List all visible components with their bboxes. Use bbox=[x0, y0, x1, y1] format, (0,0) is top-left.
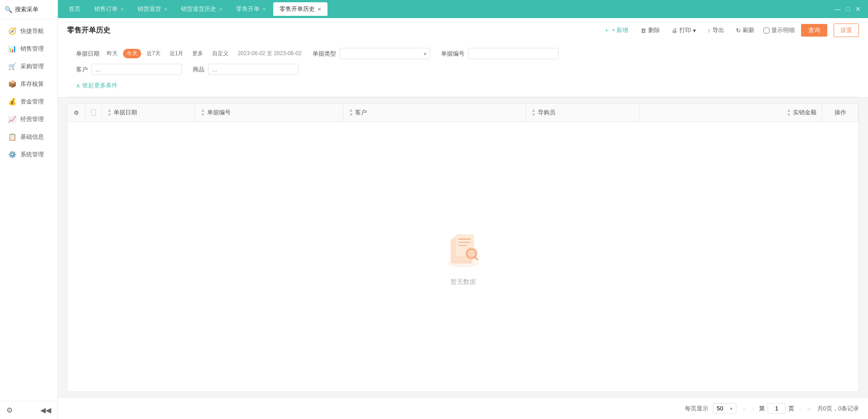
th-amount-label: 实销金额 bbox=[793, 108, 816, 117]
bill-no-input[interactable] bbox=[468, 48, 559, 59]
maximize-button[interactable]: □ bbox=[846, 5, 850, 13]
bill-type-select[interactable] bbox=[340, 48, 430, 59]
th-customer[interactable]: ▲▼ 客户 bbox=[343, 104, 526, 122]
bill-type-label: 单据类型 bbox=[313, 50, 336, 58]
header-checkbox[interactable] bbox=[91, 109, 96, 116]
sidebar-item-label: 库存核算 bbox=[20, 80, 44, 88]
page-number-input[interactable] bbox=[768, 403, 786, 414]
tab-sales-return-history-close[interactable]: ✕ bbox=[219, 7, 223, 12]
customer-input[interactable] bbox=[91, 64, 182, 75]
last-page-button[interactable]: » bbox=[806, 404, 813, 413]
first-page-button[interactable]: « bbox=[741, 404, 748, 413]
page-label-pre: 第 bbox=[759, 405, 765, 413]
goods-input[interactable] bbox=[208, 64, 299, 75]
sidebar-item-inventory[interactable]: 📦 库存核算 bbox=[2, 75, 56, 93]
search-icon: 🔍 bbox=[5, 6, 12, 13]
sidebar: 🔍 搜索采单 🧭 快捷导航 📊 销售管理 🛒 采购管理 📦 库存核算 💰 资金管… bbox=[0, 0, 58, 419]
sidebar-item-operations[interactable]: 📈 经营管理 bbox=[2, 111, 56, 128]
customer-filter: 客户 bbox=[76, 64, 182, 75]
sidebar-item-label: 快捷导航 bbox=[20, 27, 44, 35]
sidebar-item-finance[interactable]: 💰 资金管理 bbox=[2, 93, 56, 110]
tab-sales-order-close[interactable]: ✕ bbox=[120, 7, 124, 12]
sidebar-item-purchase-mgmt[interactable]: 🛒 采购管理 bbox=[2, 58, 56, 75]
tab-sales-return-close[interactable]: ✕ bbox=[164, 7, 167, 12]
tab-home[interactable]: 首页 bbox=[62, 2, 87, 16]
bill-type-filter: 单据类型 bbox=[313, 48, 430, 59]
print-icon: 🖨 bbox=[672, 27, 678, 34]
tab-retail-open-label: 零售开单 bbox=[236, 5, 260, 13]
date-opt-more[interactable]: 更多 bbox=[189, 49, 207, 58]
date-opt-today[interactable]: 今天 bbox=[123, 49, 141, 58]
th-date[interactable]: ▲▼ 单据日期 bbox=[102, 104, 195, 122]
refresh-label: 刷新 bbox=[743, 26, 754, 34]
sidebar-item-label: 采购管理 bbox=[20, 62, 44, 71]
print-button[interactable]: 🖨 打印 ▾ bbox=[669, 24, 699, 36]
page-title: 零售开单历史 bbox=[67, 26, 110, 35]
main-area: 首页 销售订单 ✕ 销货退货 ✕ 销货退货历史 ✕ 零售开单 ✕ 零售开单历史 … bbox=[58, 0, 868, 419]
filter-row-2: 客户 商品 bbox=[76, 64, 850, 75]
bill-no-filter: 单据编号 bbox=[441, 48, 559, 59]
salesman-sort-icon: ▲▼ bbox=[531, 108, 536, 117]
tab-retail-open-history[interactable]: 零售开单历史 ✕ bbox=[273, 2, 327, 16]
tab-sales-order[interactable]: 销售订单 ✕ bbox=[88, 2, 130, 16]
date-opt-yesterday[interactable]: 昨天 bbox=[103, 49, 121, 58]
sidebar-nav: 🧭 快捷导航 📊 销售管理 🛒 采购管理 📦 库存核算 💰 资金管理 📈 经营管… bbox=[0, 19, 57, 401]
th-action-label: 操作 bbox=[835, 108, 846, 117]
date-opt-last7[interactable]: 近7天 bbox=[143, 49, 164, 58]
collapse-filter-button[interactable]: ∧ 收起更多条件 bbox=[76, 80, 850, 91]
tab-retail-open[interactable]: 零售开单 ✕ bbox=[230, 2, 272, 16]
date-sort-icon: ▲▼ bbox=[107, 108, 112, 117]
th-billno[interactable]: ▲▼ 单据编号 bbox=[195, 104, 344, 122]
sidebar-item-sys-mgmt[interactable]: ⚙️ 系统管理 bbox=[2, 146, 56, 163]
search-menu-item[interactable]: 🔍 搜索采单 bbox=[0, 0, 57, 19]
next-page-button[interactable]: › bbox=[797, 404, 803, 413]
sidebar-item-basic-info[interactable]: 📋 基础信息 bbox=[2, 128, 56, 146]
refresh-button[interactable]: ↻ 刷新 bbox=[733, 24, 757, 36]
minimize-button[interactable]: — bbox=[835, 5, 841, 13]
sidebar-item-sales-mgmt[interactable]: 📊 销售管理 bbox=[2, 40, 56, 57]
export-button[interactable]: ↑ 导出 bbox=[705, 24, 727, 36]
sidebar-item-label: 经营管理 bbox=[20, 115, 44, 123]
tab-retail-open-close[interactable]: ✕ bbox=[262, 7, 266, 12]
collapse-up-icon: ∧ bbox=[76, 82, 81, 89]
date-opt-custom[interactable]: 自定义 bbox=[209, 49, 232, 58]
purchase-mgmt-icon: 🛒 bbox=[8, 62, 17, 71]
sidebar-item-quick-nav[interactable]: 🧭 快捷导航 bbox=[2, 23, 56, 40]
collapse-sidebar-icon[interactable]: ◀◀ bbox=[40, 406, 51, 414]
empty-text: 暂无数据 bbox=[451, 278, 476, 286]
th-amount[interactable]: ▲▼ 实销金额 bbox=[708, 104, 822, 122]
th-gear[interactable]: ⚙ bbox=[67, 105, 85, 121]
add-button[interactable]: ＋ + 新增 bbox=[601, 24, 631, 36]
per-page-select[interactable]: 50 100 200 bbox=[713, 403, 736, 414]
inventory-icon: 📦 bbox=[8, 80, 17, 88]
show-detail-input[interactable] bbox=[764, 28, 769, 33]
tab-sales-return-history[interactable]: 销货退货历史 ✕ bbox=[175, 2, 229, 16]
export-label: 导出 bbox=[712, 26, 724, 34]
refresh-icon: ↻ bbox=[736, 27, 741, 34]
filter-row-1: 单据日期 昨天 今天 近7天 近1月 更多 自定义 2023-06-02 至 2… bbox=[76, 48, 850, 59]
date-range-display: 2023-06-02 至 2023-06-02 bbox=[237, 50, 301, 57]
add-label: + 新增 bbox=[612, 26, 628, 34]
close-button[interactable]: ✕ bbox=[855, 5, 861, 13]
delete-button[interactable]: 🗑 删除 bbox=[638, 24, 663, 36]
th-salesman[interactable]: ▲▼ 导购员 bbox=[526, 104, 640, 122]
operations-icon: 📈 bbox=[8, 115, 17, 123]
th-date-label: 单据日期 bbox=[114, 108, 137, 117]
settings-bottom-icon[interactable]: ⚙ bbox=[6, 406, 13, 414]
finance-icon: 💰 bbox=[8, 98, 17, 106]
th-checkbox[interactable] bbox=[85, 105, 102, 120]
tab-sales-return[interactable]: 销货退货 ✕ bbox=[131, 2, 174, 16]
print-dropdown-icon: ▾ bbox=[693, 27, 696, 34]
show-detail-checkbox[interactable]: 显示明细 bbox=[764, 26, 795, 34]
date-options: 昨天 今天 近7天 近1月 更多 自定义 bbox=[103, 49, 232, 58]
page-label-post: 页 bbox=[788, 405, 794, 413]
th-action: 操作 bbox=[822, 104, 859, 121]
empty-svg bbox=[441, 227, 486, 273]
prev-page-button[interactable]: ‹ bbox=[750, 404, 756, 413]
settings-button[interactable]: 设置 bbox=[834, 24, 859, 37]
customer-label: 客户 bbox=[76, 66, 88, 74]
date-opt-last1m[interactable]: 近1月 bbox=[166, 49, 187, 58]
query-button[interactable]: 查询 bbox=[801, 24, 827, 37]
delete-label: 删除 bbox=[648, 26, 660, 34]
tab-retail-open-history-close[interactable]: ✕ bbox=[318, 7, 321, 12]
